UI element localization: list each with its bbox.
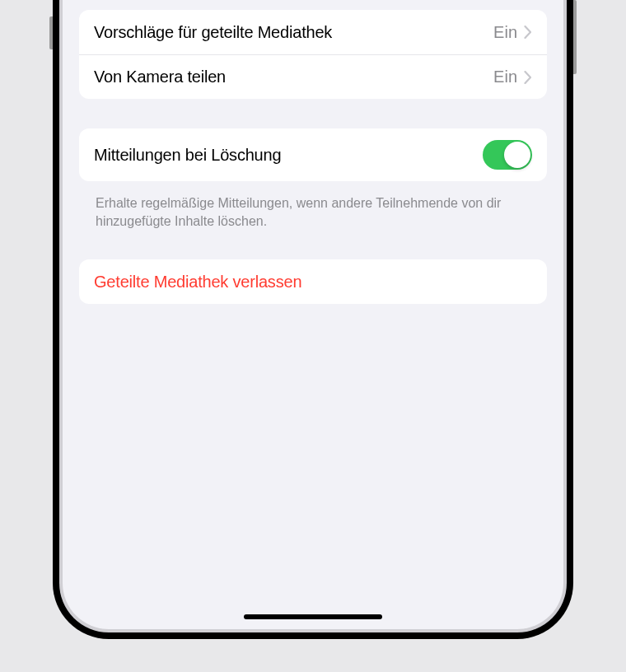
row-shared-library-suggestions[interactable]: Vorschläge für geteilte Mediathek Ein bbox=[79, 10, 547, 54]
screen: Vorschläge für geteilte Mediathek Ein Vo… bbox=[63, 0, 563, 629]
row-deletion-notifications: Mitteilungen bei Löschung bbox=[79, 128, 547, 181]
row-leave-shared-library[interactable]: Geteilte Mediathek verlassen bbox=[79, 259, 547, 304]
settings-group-sharing: Vorschläge für geteilte Mediathek Ein Vo… bbox=[79, 10, 547, 99]
row-label: Mitteilungen bei Löschung bbox=[94, 146, 483, 165]
power-button bbox=[573, 0, 577, 74]
chevron-right-icon bbox=[524, 71, 532, 84]
toggle-deletion-notifications[interactable] bbox=[483, 140, 532, 170]
settings-group-notifications: Mitteilungen bei Löschung bbox=[79, 128, 547, 181]
volume-button bbox=[49, 16, 53, 49]
row-label: Von Kamera teilen bbox=[94, 68, 493, 86]
toggle-knob bbox=[504, 142, 530, 168]
row-label: Vorschläge für geteilte Mediathek bbox=[94, 23, 493, 42]
row-value: Ein bbox=[493, 23, 517, 42]
chevron-right-icon bbox=[524, 26, 532, 39]
phone-frame: Vorschläge für geteilte Mediathek Ein Vo… bbox=[53, 0, 573, 639]
group-footer-text: Erhalte regelmäßige Mitteilungen, wenn a… bbox=[79, 188, 547, 230]
phone-bezel: Vorschläge für geteilte Mediathek Ein Vo… bbox=[59, 0, 567, 632]
destructive-label: Geteilte Mediathek verlassen bbox=[94, 273, 301, 292]
row-value: Ein bbox=[493, 68, 517, 86]
home-indicator[interactable] bbox=[244, 614, 382, 619]
row-share-from-camera[interactable]: Von Kamera teilen Ein bbox=[79, 54, 547, 99]
